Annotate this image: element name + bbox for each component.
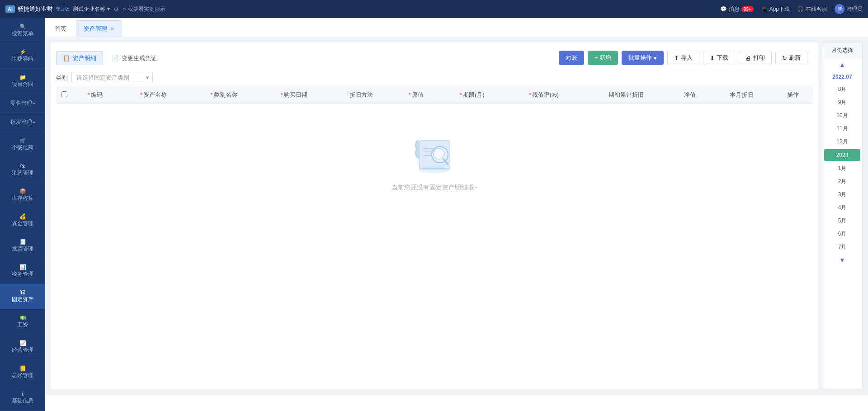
month-item-2022-12[interactable]: 12月	[822, 135, 862, 148]
tax-icon: 📊	[4, 264, 42, 270]
ecommerce-icon: 🛒	[4, 137, 42, 144]
month-picker: 月份选择 ▲ 2022.07 8月 9月 10月 11月 12月 2023 1月…	[822, 43, 863, 389]
sidebar-item-tax[interactable]: 📊 税务管理	[0, 259, 45, 284]
refresh-button[interactable]: ↻ 刷新	[775, 51, 807, 65]
wholesale-arrow-icon: ▾	[33, 120, 35, 125]
sub-tab-detail[interactable]: 📋 资产明细	[56, 51, 103, 65]
month-down-btn[interactable]: ▼	[836, 255, 848, 265]
svg-point-4	[434, 148, 444, 159]
batch-arrow-icon: ▾	[654, 55, 657, 61]
voucher-tab-icon: 📄	[112, 55, 119, 61]
sidebar-item-project[interactable]: 📁 项目合同	[0, 69, 45, 94]
sub-tab-detail-label: 资产明细	[73, 54, 96, 62]
sidebar-label-project: 项目合同	[4, 80, 42, 88]
top-bar-left: Ai 畅捷通好业财 专业版 测试企业名称 ▾ ⚙ ○ 我要看实例演示	[5, 5, 165, 13]
month-item-2022-09[interactable]: 9月	[822, 96, 862, 109]
print-button[interactable]: 🖨 打印	[739, 51, 772, 65]
category-filter[interactable]: 请选择固定资产类别	[71, 72, 153, 83]
tab-close-icon[interactable]: ✕	[110, 26, 114, 32]
sidebar-item-inventory[interactable]: 📦 库存核算	[0, 183, 45, 208]
bottom-bar	[45, 395, 868, 411]
sidebar: 🔍 搜索菜单 ⚡ 快捷导航 📁 项目合同 零售管理 ▾ 批发管理 ▾ 🛒 小畅电…	[0, 18, 45, 411]
online-service-label: 在线客服	[806, 5, 827, 13]
salary-icon: 💵	[4, 315, 42, 321]
message-icon: 💬	[720, 6, 727, 12]
user-menu[interactable]: 管 管理员	[835, 4, 863, 14]
sidebar-label-salary: 工资	[4, 321, 42, 329]
main-layout: 🔍 搜索菜单 ⚡ 快捷导航 📁 项目合同 零售管理 ▾ 批发管理 ▾ 🛒 小畅电…	[0, 18, 868, 411]
empty-state: 当前您还没有固定资产明细哦~	[56, 104, 813, 219]
retail-arrow-icon: ▾	[33, 101, 35, 106]
company-selector[interactable]: 测试企业名称 ▾	[73, 5, 110, 13]
batch-button[interactable]: 批量操作 ▾	[622, 51, 664, 65]
sidebar-label-tax: 税务管理	[4, 270, 42, 278]
assets-table: *编码 *资产名称 *类别名称 *购买日期 折旧方法 *原值 *期限(月) *残…	[56, 86, 813, 104]
sidebar-item-quicknav[interactable]: ⚡ 快捷导航	[0, 43, 45, 69]
sidebar-item-ecommerce[interactable]: 🛒 小畅电商	[0, 132, 45, 157]
col-residual-rate: *残值率(%)	[505, 86, 583, 104]
month-item-2022-08[interactable]: 8月	[822, 83, 862, 96]
month-item-2022-07[interactable]: 2022.07	[822, 71, 862, 83]
month-item-2023-06[interactable]: 6月	[822, 227, 862, 241]
app-download-btn[interactable]: 📱 App下载	[761, 5, 790, 13]
add-label: + 新增	[594, 54, 611, 62]
sub-tab-bar: 📋 资产明细 📄 变更生成凭证 对账 + 新增	[51, 43, 818, 69]
sidebar-item-operations[interactable]: 📈 经营管理	[0, 335, 45, 360]
month-item-2023-02[interactable]: 2月	[822, 175, 862, 188]
tab-home-label: 首页	[55, 25, 66, 33]
month-up-btn[interactable]: ▲	[836, 60, 848, 69]
add-button[interactable]: + 新增	[588, 51, 618, 65]
empty-text: 当前您还没有固定资产明细哦~	[392, 184, 477, 192]
online-service-btn[interactable]: 🎧 在线客服	[797, 5, 827, 13]
user-name: 管理员	[846, 5, 863, 13]
sidebar-label-wholesale: 批发管理	[10, 118, 32, 126]
sidebar-item-capital[interactable]: 💰 资金管理	[0, 208, 45, 233]
month-item-2023-04[interactable]: 4月	[822, 201, 862, 214]
brand-name: 畅捷通好业财	[18, 5, 53, 13]
select-all-checkbox[interactable]	[61, 91, 67, 97]
month-item-2022-11[interactable]: 11月	[822, 122, 862, 135]
sub-tab-voucher[interactable]: 📄 变更生成凭证	[105, 51, 164, 65]
col-net-value: 净值	[670, 86, 710, 104]
month-item-2023-03[interactable]: 3月	[822, 188, 862, 201]
month-list-2022: 2022.07 8月 9月 10月 11月 12月 2023 1月 2月 3月 …	[822, 71, 862, 254]
sidebar-item-purchase[interactable]: 🛍 采购管理	[0, 157, 45, 183]
import-button[interactable]: ⬆ 导入	[667, 51, 699, 65]
refresh-label: 刷新	[789, 54, 801, 62]
app-download-label: App下载	[769, 5, 790, 13]
capital-icon: 💰	[4, 213, 42, 220]
tab-assets[interactable]: 资产管理 ✕	[76, 20, 122, 37]
tab-home[interactable]: 首页	[47, 20, 74, 37]
sidebar-item-fixed-assets[interactable]: 🏗 固定资产	[0, 284, 45, 309]
settings-btn[interactable]: ⚙	[113, 6, 119, 13]
month-item-2023-01[interactable]: 1月	[822, 162, 862, 175]
sidebar-label-ecommerce: 小畅电商	[4, 144, 42, 151]
sidebar-item-invoice[interactable]: 🧾 发票管理	[0, 233, 45, 259]
reconcile-label: 对账	[566, 54, 577, 62]
col-code: *编码	[72, 86, 118, 104]
reconcile-button[interactable]: 对账	[559, 51, 584, 65]
sub-tab-voucher-label: 变更生成凭证	[122, 54, 157, 62]
download-button[interactable]: ⬇ 下载	[703, 51, 735, 65]
basic-icon: ℹ	[4, 391, 42, 397]
message-btn[interactable]: 💬 消息 99+	[720, 5, 754, 13]
sidebar-item-basic[interactable]: ℹ 基础信息	[0, 385, 45, 411]
sidebar-item-ledger[interactable]: 📒 总账管理	[0, 360, 45, 385]
user-avatar: 管	[835, 4, 844, 14]
sidebar-item-salary[interactable]: 💵 工资	[0, 309, 45, 335]
month-item-2023-05[interactable]: 5月	[822, 214, 862, 227]
main-panel: 📋 资产明细 📄 变更生成凭证 对账 + 新增	[51, 43, 818, 389]
tab-assets-label: 资产管理	[84, 25, 107, 33]
month-item-2023-07[interactable]: 7月	[822, 241, 862, 254]
sidebar-item-retail[interactable]: 零售管理 ▾	[0, 94, 45, 113]
month-item-2022-10[interactable]: 10月	[822, 109, 862, 122]
sidebar-item-search[interactable]: 🔍 搜索菜单	[0, 18, 45, 43]
top-bar-right: 💬 消息 99+ 📱 App下载 🎧 在线客服 管 管理员	[720, 4, 863, 14]
batch-label: 批量操作	[628, 54, 652, 62]
demo-link[interactable]: ○ 我要看实例演示	[123, 5, 165, 13]
page-content: 📋 资产明细 📄 变更生成凭证 对账 + 新增	[45, 37, 868, 395]
brand-logo: Ai	[5, 5, 15, 13]
col-original-value: *原值	[393, 86, 439, 104]
sidebar-item-wholesale[interactable]: 批发管理 ▾	[0, 113, 45, 132]
print-label: 打印	[753, 54, 765, 62]
